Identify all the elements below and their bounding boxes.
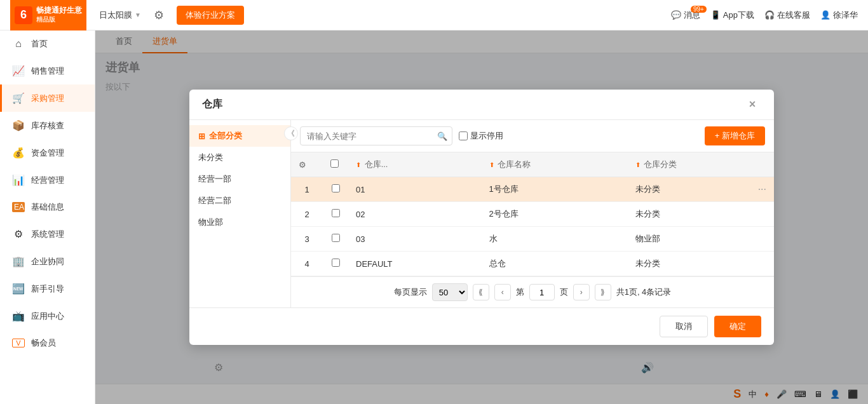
row2-name: 2号仓库 [482, 202, 628, 227]
pagination-info: 共1页, 4条记录 [616, 286, 672, 298]
main-layout: ⌂ 首页 📈 销售管理 🛒 采购管理 📦 库存核查 💰 资金管理 📊 经营管理 … [0, 30, 868, 404]
row1-more-icon[interactable]: ··· [758, 184, 766, 195]
settings-icon[interactable]: ⚙ [149, 5, 169, 25]
select-all-checkbox[interactable] [330, 159, 339, 168]
sidebar-label-basic-info: 基础信息 [31, 201, 64, 213]
phone-icon: 📱 [710, 10, 721, 20]
prev-page-button[interactable]: ‹ [494, 284, 511, 300]
sidebar-item-member[interactable]: V 畅会员 [0, 330, 95, 356]
per-page-select[interactable]: 50 20 100 [432, 283, 468, 301]
pagination: 每页显示 50 20 100 ⟪ ‹ 第 页 › [291, 276, 774, 307]
category-dept2[interactable]: 经营二部 [189, 190, 290, 212]
row4-checkbox[interactable] [323, 252, 348, 276]
store-arrow-icon: ▼ [135, 11, 141, 18]
row1-code: 01 [348, 177, 482, 202]
row2-checkbox[interactable] [323, 202, 348, 227]
category-property[interactable]: 物业部 [189, 212, 290, 233]
messages-button[interactable]: 💬 消息 99+ [671, 10, 700, 21]
sidebar-item-enterprise[interactable]: 🏢 企业协同 [0, 248, 95, 275]
table-row[interactable]: 4 DEFAULT 总仓 未分类 [291, 252, 774, 276]
sidebar-item-finance[interactable]: 💰 资金管理 [0, 139, 95, 166]
topbar-center: 日太阳膜 ▼ ⚙ 体验行业方案 [86, 5, 671, 25]
row1-num: 1 [291, 177, 323, 202]
category-all-label: 全部分类 [209, 130, 242, 142]
sidebar-label-inventory: 库存核查 [31, 120, 64, 131]
row4-name: 总仓 [482, 252, 628, 276]
next-page-button[interactable]: › [573, 284, 590, 300]
search-icon[interactable]: 🔍 [437, 131, 447, 141]
row3-code: 03 [348, 227, 482, 252]
sidebar-item-home[interactable]: ⌂ 首页 [0, 30, 95, 57]
app-download-button[interactable]: 📱 App下载 [710, 10, 754, 21]
sidebar-item-purchase[interactable]: 🛒 采购管理 [0, 84, 95, 112]
store-name: 日太阳膜 [99, 10, 132, 21]
sidebar-item-inventory[interactable]: 📦 库存核查 [0, 112, 95, 139]
user-menu[interactable]: 👤 徐泽华 [820, 10, 858, 21]
table-panel: 🔍 显示停用 + 新增仓库 [291, 120, 774, 307]
store-selector[interactable]: 日太阳膜 ▼ [99, 10, 141, 21]
warehouse-modal: 仓库 × ⊞ 全部分类 未分类 经营 [189, 90, 774, 345]
basic-info-icon: EA [12, 202, 25, 212]
sidebar-label-sales: 销售管理 [31, 65, 64, 77]
show-disabled-toggle[interactable]: 显示停用 [459, 130, 503, 142]
app-logo: 6 畅捷通好生意 精品版 [10, 0, 86, 30]
row1-checkbox[interactable] [323, 177, 348, 202]
category-unclassified[interactable]: 未分类 [189, 147, 290, 168]
app-sub: 精品版 [36, 15, 82, 24]
app-download-label: App下载 [723, 10, 754, 21]
first-page-button[interactable]: ⟪ [473, 284, 489, 300]
th-category: ⬆ 仓库分类 [628, 152, 774, 177]
sidebar-item-business[interactable]: 📊 经营管理 [0, 166, 95, 194]
category-dept1[interactable]: 经营一部 [189, 168, 290, 190]
page-label: 第 [516, 286, 524, 298]
sidebar-label-app-center: 应用中心 [31, 311, 64, 322]
system-icon: ⚙ [12, 228, 25, 240]
last-page-button[interactable]: ⟫ [595, 284, 611, 300]
sidebar-label-finance: 资金管理 [31, 147, 64, 159]
page-unit: 页 [560, 286, 568, 298]
row1-check[interactable] [332, 184, 340, 192]
table-row[interactable]: 3 03 水 物业部 [291, 227, 774, 252]
row2-num: 2 [291, 202, 323, 227]
sidebar-item-sales[interactable]: 📈 销售管理 [0, 57, 95, 84]
row4-code: DEFAULT [348, 252, 482, 276]
purchase-icon: 🛒 [12, 92, 25, 104]
sidebar-item-system[interactable]: ⚙ 系统管理 [0, 220, 95, 248]
new-warehouse-button[interactable]: + 新增仓库 [705, 126, 765, 145]
trial-button[interactable]: 体验行业方案 [177, 6, 244, 25]
table-row[interactable]: 2 02 2号仓库 未分类 [291, 202, 774, 227]
warehouse-table: ⚙ ⬆ 仓库... [291, 152, 774, 276]
modal-close-button[interactable]: × [743, 96, 761, 114]
category-collapse-button[interactable]: 《 [284, 126, 298, 140]
modal-overlay: 仓库 × ⊞ 全部分类 未分类 经营 [95, 30, 868, 404]
table-row[interactable]: 1 01 1号仓库 未分类 [291, 177, 774, 202]
th-checkbox [323, 152, 348, 177]
th-code-label: 仓库... [365, 159, 388, 169]
table-container: ⚙ ⬆ 仓库... [291, 152, 774, 276]
modal-header: 仓库 × [189, 90, 774, 120]
row4-check[interactable] [332, 259, 340, 267]
inventory-icon: 📦 [12, 119, 25, 131]
row3-checkbox[interactable] [323, 227, 348, 252]
show-disabled-checkbox[interactable] [459, 131, 468, 140]
online-service-button[interactable]: 🎧 在线客服 [764, 10, 810, 21]
cancel-button[interactable]: 取消 [660, 316, 708, 337]
row3-check[interactable] [332, 234, 340, 242]
app-name: 畅捷通好生意 [36, 6, 82, 15]
page-input[interactable] [529, 284, 555, 300]
app-center-icon: 📺 [12, 310, 25, 322]
confirm-button[interactable]: 确定 [714, 316, 761, 337]
row2-check[interactable] [332, 209, 340, 217]
row1-category: 未分类 ··· [628, 177, 774, 202]
sidebar-item-app-center[interactable]: 📺 应用中心 [0, 302, 95, 330]
table-toolbar: 🔍 显示停用 + 新增仓库 [291, 120, 774, 152]
sidebar-item-guide[interactable]: 🆕 新手引导 [0, 275, 95, 302]
search-wrapper: 🔍 [300, 126, 452, 145]
guide-icon: 🆕 [12, 283, 25, 295]
sidebar-item-basic-info[interactable]: EA 基础信息 [0, 194, 95, 220]
category-panel: ⊞ 全部分类 未分类 经营一部 经营二部 物业部 [189, 120, 291, 307]
search-input[interactable] [300, 126, 452, 145]
per-page-label: 每页显示 [394, 286, 427, 298]
sort-icon-category: ⬆ [635, 161, 641, 168]
category-all[interactable]: ⊞ 全部分类 [189, 125, 290, 147]
